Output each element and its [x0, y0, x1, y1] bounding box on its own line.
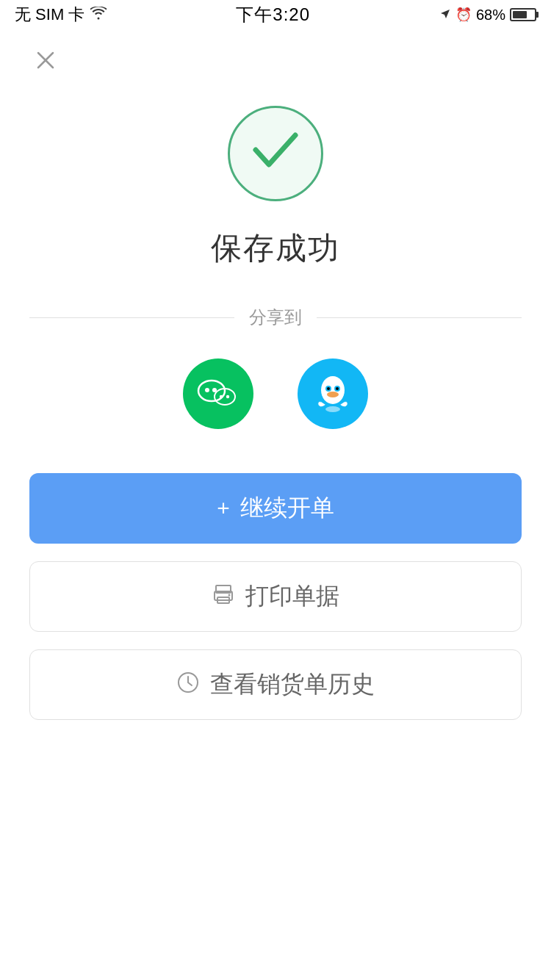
status-left: 无 SIM 卡: [15, 4, 107, 26]
share-divider: 分享到: [29, 306, 522, 329]
checkmark-icon: [250, 128, 301, 179]
wechat-share-button[interactable]: [183, 359, 253, 429]
print-receipt-button[interactable]: 打印单据: [29, 561, 522, 632]
status-right: ⏰ 68%: [439, 7, 536, 24]
svg-point-12: [336, 387, 339, 390]
sim-label: 无 SIM 卡: [15, 4, 84, 26]
continue-order-button[interactable]: + 继续开单: [29, 473, 522, 544]
qq-share-button[interactable]: [298, 359, 368, 429]
continue-order-label: 继续开单: [240, 492, 334, 525]
wifi-icon: [90, 7, 107, 24]
success-title: 保存成功: [211, 228, 340, 269]
svg-point-18: [228, 594, 231, 596]
share-label: 分享到: [249, 306, 302, 329]
svg-point-8: [321, 376, 345, 404]
printer-icon: [212, 584, 235, 610]
share-line-left: [29, 317, 234, 318]
print-receipt-label: 打印单据: [245, 580, 339, 613]
svg-point-6: [220, 395, 223, 398]
svg-point-14: [325, 406, 340, 412]
status-bar: 无 SIM 卡 下午3:20 ⏰ 68%: [0, 0, 551, 29]
share-icons: [183, 359, 368, 429]
success-circle: [228, 106, 323, 201]
close-button[interactable]: [29, 44, 62, 76]
svg-point-3: [205, 388, 209, 392]
svg-point-13: [327, 392, 339, 397]
view-history-button[interactable]: 查看销货单历史: [29, 649, 522, 720]
main-content: 保存成功 分享到: [0, 29, 551, 980]
history-icon: [176, 671, 200, 699]
share-line-right: [317, 317, 522, 318]
plus-icon: +: [217, 496, 230, 521]
alarm-icon: ⏰: [455, 7, 472, 23]
action-buttons: + 继续开单 打印单据 查看销货单历史: [29, 473, 522, 720]
close-button-container: [29, 44, 522, 76]
svg-point-11: [327, 387, 330, 390]
location-icon: [439, 7, 451, 24]
battery-percent: 68%: [476, 7, 505, 24]
time-display: 下午3:20: [236, 3, 310, 26]
view-history-label: 查看销货单历史: [210, 669, 375, 701]
svg-point-7: [226, 395, 229, 398]
battery-icon: [510, 8, 536, 21]
